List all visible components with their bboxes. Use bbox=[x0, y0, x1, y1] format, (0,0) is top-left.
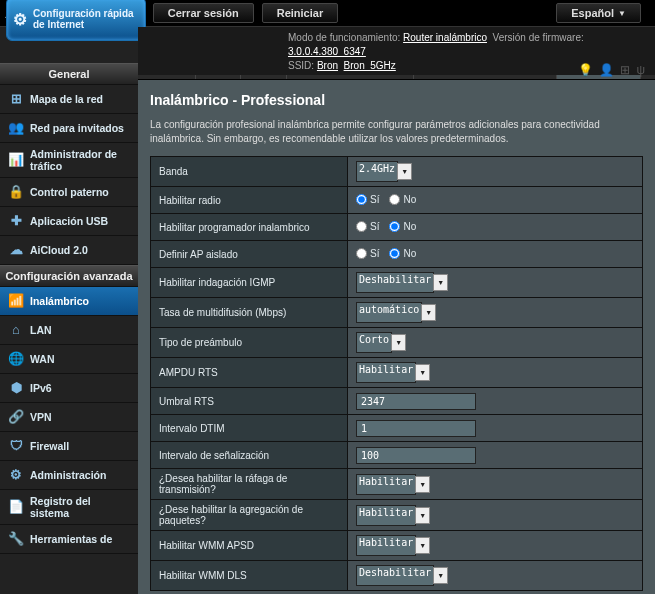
status-icons: 💡👤⊞ψ bbox=[578, 63, 645, 77]
label-mcast: Tasa de multidifusión (Mbps) bbox=[151, 298, 348, 328]
nav-parental[interactable]: 🔒Control paterno bbox=[0, 178, 138, 207]
logout-button[interactable]: Cerrar sesión bbox=[153, 3, 254, 23]
apsd-select[interactable]: Habilitar bbox=[356, 535, 416, 556]
pktagg-select[interactable]: Habilitar bbox=[356, 505, 416, 526]
nav-network-map[interactable]: ⊞Mapa de la red bbox=[0, 85, 138, 114]
mcast-select[interactable]: automático bbox=[356, 302, 422, 323]
radio-yes[interactable] bbox=[356, 194, 367, 205]
dropdown-arrow-icon[interactable]: ▼ bbox=[391, 334, 406, 351]
tools-icon: 🔧 bbox=[8, 533, 24, 545]
language-button[interactable]: Español▼ bbox=[556, 3, 641, 23]
dropdown-arrow-icon[interactable]: ▼ bbox=[433, 567, 448, 584]
home-icon: ⌂ bbox=[8, 324, 24, 336]
info-bar: Modo de funcionamiento: Router inalámbri… bbox=[138, 27, 655, 75]
label-pktagg: ¿Dese habilitar la agregación de paquete… bbox=[151, 500, 348, 531]
plus-icon: ✚ bbox=[8, 215, 24, 227]
igmp-select[interactable]: Deshabilitar bbox=[356, 272, 434, 293]
dropdown-arrow-icon[interactable]: ▼ bbox=[397, 163, 412, 180]
nav-traffic-manager[interactable]: 📊Administrador de tráfico bbox=[0, 143, 138, 178]
dropdown-arrow-icon[interactable]: ▼ bbox=[415, 537, 430, 554]
nav-lan[interactable]: ⌂LAN bbox=[0, 316, 138, 345]
preamble-select[interactable]: Corto bbox=[356, 332, 392, 353]
nav-usb-app[interactable]: ✚Aplicación USB bbox=[0, 207, 138, 236]
label-igmp: Habilitar indagación IGMP bbox=[151, 268, 348, 298]
map-icon: ⊞ bbox=[8, 93, 24, 105]
person-icon[interactable]: 👤 bbox=[599, 63, 614, 77]
bulb-icon[interactable]: 💡 bbox=[578, 63, 593, 77]
nav-aicloud[interactable]: ☁AiCloud 2.0 bbox=[0, 236, 138, 265]
reboot-button[interactable]: Reiniciar bbox=[262, 3, 338, 23]
label-dtim: Intervalo DTIM bbox=[151, 415, 348, 442]
nav-vpn[interactable]: 🔗VPN bbox=[0, 403, 138, 432]
nav-wan[interactable]: 🌐WAN bbox=[0, 345, 138, 374]
dropdown-arrow-icon[interactable]: ▼ bbox=[415, 507, 430, 524]
sidebar: ⚙Configuración rápida de Internet Genera… bbox=[0, 27, 138, 594]
band-select[interactable]: 2.4GHz bbox=[356, 161, 398, 182]
ampdu-select[interactable]: Habilitar bbox=[356, 362, 416, 383]
main-panel: Modo de funcionamiento: Router inalámbri… bbox=[138, 27, 655, 594]
group-general: General bbox=[0, 63, 138, 85]
label-rts: Umbral RTS bbox=[151, 388, 348, 415]
shield-icon: 🛡 bbox=[8, 440, 24, 452]
radio-no[interactable] bbox=[389, 194, 400, 205]
nav-syslog[interactable]: 📄Registro del sistema bbox=[0, 490, 138, 525]
label-scheduler: Habilitar programador inalambrico bbox=[151, 214, 348, 241]
dropdown-arrow-icon[interactable]: ▼ bbox=[415, 364, 430, 381]
vpn-icon: 🔗 bbox=[8, 411, 24, 423]
group-advanced: Configuración avanzada bbox=[0, 265, 138, 287]
admin-icon: ⚙ bbox=[8, 469, 24, 481]
dropdown-arrow-icon[interactable]: ▼ bbox=[421, 304, 436, 321]
qis-button[interactable]: ⚙Configuración rápida de Internet bbox=[6, 0, 146, 41]
label-ampdu: AMPDU RTS bbox=[151, 358, 348, 388]
grid-icon[interactable]: ⊞ bbox=[620, 63, 630, 77]
txburst-select[interactable]: Habilitar bbox=[356, 474, 416, 495]
label-preamble: Tipo de preámbulo bbox=[151, 328, 348, 358]
beacon-input[interactable] bbox=[356, 447, 476, 464]
nav-ipv6[interactable]: ⬢IPv6 bbox=[0, 374, 138, 403]
apiso-yes[interactable] bbox=[356, 248, 367, 259]
label-radio: Habilitar radio bbox=[151, 187, 348, 214]
op-mode-link[interactable]: Router inalámbrico bbox=[403, 32, 487, 43]
chevron-down-icon: ▼ bbox=[618, 9, 626, 18]
wifi-icon: 📶 bbox=[8, 295, 24, 307]
lock-icon: 🔒 bbox=[8, 186, 24, 198]
dropdown-arrow-icon[interactable]: ▼ bbox=[433, 274, 448, 291]
page-title: Inalámbrico - Professional bbox=[150, 92, 643, 108]
label-beacon: Intervalo de señalización bbox=[151, 442, 348, 469]
gear-icon: ⚙ bbox=[13, 14, 27, 25]
ipv6-icon: ⬢ bbox=[8, 382, 24, 394]
label-band: Banda bbox=[151, 157, 348, 187]
dropdown-arrow-icon[interactable]: ▼ bbox=[415, 476, 430, 493]
label-ap-isolated: Definir AP aislado bbox=[151, 241, 348, 268]
rts-input[interactable] bbox=[356, 393, 476, 410]
users-icon: 👥 bbox=[8, 122, 24, 134]
sched-no[interactable] bbox=[389, 221, 400, 232]
page-description: La configuración profesional inalámbrica… bbox=[150, 118, 643, 146]
cloud-icon: ☁ bbox=[8, 244, 24, 256]
settings-table: Banda2.4GHz▼ Habilitar radioSíNo Habilit… bbox=[150, 156, 643, 591]
nav-tools[interactable]: 🔧Herramientas de bbox=[0, 525, 138, 554]
firmware-link[interactable]: 3.0.0.4.380_6347 bbox=[288, 46, 366, 57]
content-area: Inalámbrico - Professional La configurac… bbox=[138, 80, 655, 594]
label-txburst: ¿Desea habilitar la ráfaga de transmisió… bbox=[151, 469, 348, 500]
dtim-input[interactable] bbox=[356, 420, 476, 437]
nav-firewall[interactable]: 🛡Firewall bbox=[0, 432, 138, 461]
log-icon: 📄 bbox=[8, 501, 24, 513]
dls-select[interactable]: Deshabilitar bbox=[356, 565, 434, 586]
nav-guest-network[interactable]: 👥Red para invitados bbox=[0, 114, 138, 143]
nav-admin[interactable]: ⚙Administración bbox=[0, 461, 138, 490]
ssid-24-link[interactable]: Bron bbox=[317, 60, 338, 71]
apiso-no[interactable] bbox=[389, 248, 400, 259]
meter-icon: 📊 bbox=[8, 154, 24, 166]
label-apsd: Habilitar WMM APSD bbox=[151, 531, 348, 561]
usb-icon[interactable]: ψ bbox=[636, 63, 645, 77]
nav-wireless[interactable]: 📶Inalámbrico bbox=[0, 287, 138, 316]
label-dls: Habilitar WMM DLS bbox=[151, 561, 348, 591]
ssid-5-link[interactable]: Bron_5GHz bbox=[344, 60, 396, 71]
globe-icon: 🌐 bbox=[8, 353, 24, 365]
sched-yes[interactable] bbox=[356, 221, 367, 232]
